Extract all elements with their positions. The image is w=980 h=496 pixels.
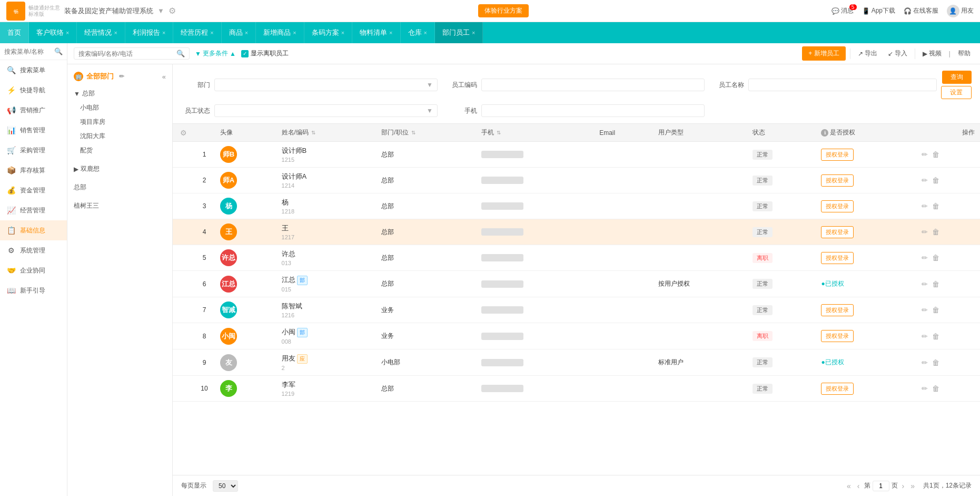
auth-login-button[interactable]: 授权登录 [821,304,854,316]
sidebar-item-enterprise[interactable]: 🤝企业协同 [0,260,67,280]
auth-login-button[interactable]: 授权登录 [821,226,854,238]
edit-button[interactable]: ✏ [922,384,928,393]
nav-tab-仓库[interactable]: 仓库 × [401,22,435,43]
close-tab-icon[interactable]: × [245,30,248,36]
sidebar-item-operations[interactable]: 📈经营管理 [0,200,67,220]
delete-button[interactable]: 🗑 [932,384,939,393]
sidebar-item-finance[interactable]: 💰资金管理 [0,180,67,200]
last-page-button[interactable]: » [908,481,917,491]
delete-button[interactable]: 🗑 [932,202,939,210]
employee-search-input[interactable] [78,50,173,57]
edit-button[interactable]: ✏ [922,176,928,184]
edit-button[interactable]: ✏ [922,150,928,159]
close-tab-icon[interactable]: × [66,30,69,36]
first-page-button[interactable]: « [845,481,853,491]
sidebar-item-inventory[interactable]: 📦库存核算 [0,160,67,180]
close-tab-icon[interactable]: × [341,30,344,36]
export-button[interactable]: ↗ 导出 [855,47,880,60]
edit-button[interactable]: ✏ [922,306,928,314]
trial-button[interactable]: 体验行业方案 [478,4,529,17]
sidebar-item-basic-info[interactable]: 📋基础信息 [0,220,67,240]
add-employee-button[interactable]: + 新增员工 [802,46,845,61]
sidebar-item-marketing[interactable]: 📢营销推广 [0,100,67,120]
edit-button[interactable]: ✏ [922,228,928,236]
dept-item-xiangmulib[interactable]: 项目库房 [67,115,172,129]
delete-button[interactable]: 🗑 [932,176,939,184]
video-button[interactable]: ▶ 视频 [919,47,945,60]
close-tab-icon[interactable]: × [210,30,213,36]
nav-tab-首页[interactable]: 首页 [0,22,29,43]
close-tab-icon[interactable]: × [424,30,427,36]
delete-button[interactable]: 🗑 [932,280,939,288]
nav-tab-客户联络[interactable]: 客户联络 × [29,22,77,43]
sidebar-item-guide[interactable]: 📖新手引导 [0,280,67,300]
edit-button[interactable]: ✏ [922,280,928,288]
sidebar-item-search-menu[interactable]: 🔍搜索菜单 [0,60,67,80]
close-tab-icon[interactable]: × [472,30,475,36]
nav-tab-条码方案[interactable]: 条码方案 × [304,22,352,43]
delete-button[interactable]: 🗑 [932,150,939,159]
nav-tab-经营历程[interactable]: 经营历程 × [173,22,221,43]
sidebar-item-sys-mgmt[interactable]: ⚙系统管理 [0,240,67,260]
col-name[interactable]: 姓名/编码 ⇅ [276,124,377,142]
help-button[interactable]: 帮助 [955,47,974,60]
filter-dept-select[interactable]: ▼ [214,79,438,91]
dept-group-label-zongbu[interactable]: ▼ 总部 [67,86,172,101]
col-phone[interactable]: 手机 ⇅ [476,124,594,142]
sidebar-search-input[interactable] [4,48,52,55]
nav-tab-商品[interactable]: 商品 × [222,22,256,43]
dept-group-label-shuanglu[interactable]: ▶ 双鹿想 [67,162,172,176]
more-filter-button[interactable]: ▼ 更多条件 ▲ [190,47,241,60]
dept-item-xiaodibu[interactable]: 小电部 [67,101,172,115]
per-page-select[interactable]: 50 [213,480,238,492]
delete-button[interactable]: 🗑 [932,332,939,341]
auth-login-button[interactable]: 授权登录 [821,330,854,342]
online-service-button[interactable]: 🎧 在线客服 [904,6,938,15]
message-button[interactable]: 💬 消息 5 [831,6,854,15]
next-page-button[interactable]: › [900,481,907,491]
prev-page-button[interactable]: ‹ [855,481,862,491]
auth-login-button[interactable]: 授权登录 [821,383,854,395]
auth-login-button[interactable]: 授权登录 [821,149,854,161]
import-button[interactable]: ↙ 导入 [885,47,910,60]
nav-tab-新增商品[interactable]: 新增商品 × [256,22,304,43]
dept-group-label-zongbu2[interactable]: 总部 [67,180,172,194]
close-tab-icon[interactable]: × [389,30,392,36]
filter-phone-input[interactable] [481,104,705,117]
sidebar-item-sales[interactable]: 📊销售管理 [0,120,67,140]
user-menu-button[interactable]: 👤 用友 [947,5,974,17]
close-tab-icon[interactable]: × [114,30,117,36]
delete-button[interactable]: 🗑 [932,228,939,236]
auth-login-button[interactable]: 授权登录 [821,200,854,212]
sidebar-item-quick-nav[interactable]: ⚡快捷导航 [0,80,67,100]
reset-button[interactable]: 设置 [941,86,972,99]
delete-button[interactable]: 🗑 [932,254,939,262]
dropdown-icon[interactable]: ▼ [157,7,164,15]
close-tab-icon[interactable]: × [293,30,296,36]
edit-icon[interactable]: ✏ [119,73,124,80]
edit-button[interactable]: ✏ [922,332,928,341]
edit-button[interactable]: ✏ [922,254,928,262]
show-resigned-toggle[interactable]: ✓ 显示离职员工 [241,49,289,58]
show-resigned-checkbox[interactable]: ✓ [241,50,249,57]
delete-button[interactable]: 🗑 [932,306,939,314]
filter-empcode-input[interactable] [481,79,705,91]
query-button[interactable]: 查询 [942,71,972,84]
auth-login-button[interactable]: 授权登录 [821,174,854,187]
dept-item-peihuo[interactable]: 配货 [67,143,172,158]
filter-empstatus-select[interactable]: ▼ [214,104,438,117]
edit-button[interactable]: ✏ [922,358,928,367]
delete-button[interactable]: 🗑 [932,358,939,367]
nav-tab-经营情况[interactable]: 经营情况 × [77,22,125,43]
app-download-button[interactable]: 📱 App下载 [862,6,895,15]
col-dept[interactable]: 部门/职位 ⇅ [376,124,476,142]
collapse-icon[interactable]: « [162,73,166,81]
edit-button[interactable]: ✏ [922,202,928,210]
dept-item-shenyangdaku[interactable]: 沈阳大库 [67,129,172,143]
nav-tab-部门员工[interactable]: 部门员工 × [435,22,483,43]
page-number-input[interactable] [873,481,889,491]
nav-tab-利润报告[interactable]: 利润报告 × [125,22,173,43]
col-gear-icon[interactable]: ⚙ [180,129,187,137]
dept-group-label-zhishu[interactable]: 植树王三 [67,199,172,213]
auth-login-button[interactable]: 授权登录 [821,252,854,264]
